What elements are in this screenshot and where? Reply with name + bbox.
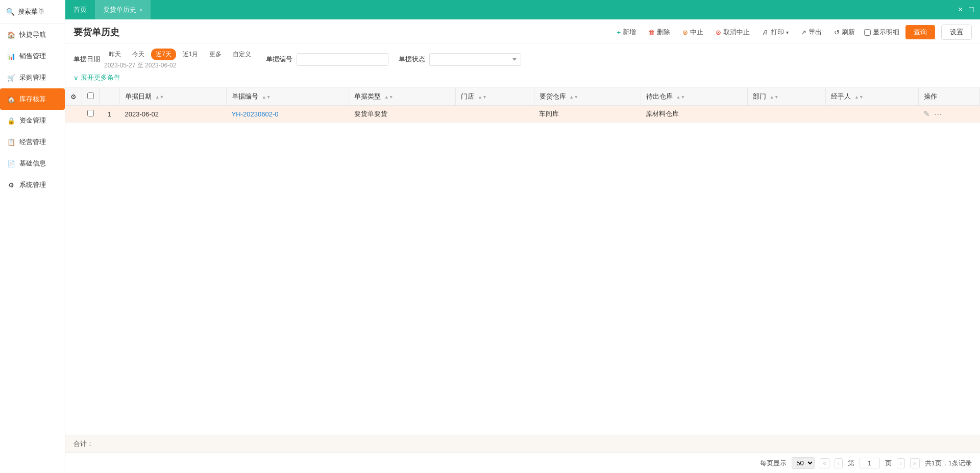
stop-button[interactable]: ⊗ 中止 xyxy=(679,26,706,38)
operation-icon: 📋 xyxy=(7,138,15,146)
refresh-label: 刷新 xyxy=(842,28,855,37)
delete-label: 删除 xyxy=(657,28,670,37)
doc-no-label: 单据编号 xyxy=(266,55,292,64)
sidebar-item-basic[interactable]: 📄 基础信息 xyxy=(0,153,65,174)
sort-reqwh-icon[interactable]: ▲▼ xyxy=(569,95,578,100)
row-req-warehouse: 车间库 xyxy=(534,106,641,123)
export-icon: ↗ xyxy=(801,29,806,36)
sort-handler-icon[interactable]: ▲▼ xyxy=(854,95,864,100)
data-table: ⚙ 单据日期 ▲▼ 单据编号 ▲▼ xyxy=(65,88,980,123)
row-handler xyxy=(826,106,918,123)
sort-dept-icon[interactable]: ▲▼ xyxy=(770,95,779,100)
sidebar: 🔍 搜索菜单 🏠 快捷导航 📊 销售管理 🛒 采购管理 🏠 库存核算 🔒 资金管… xyxy=(0,0,65,473)
settings-button[interactable]: 设置 xyxy=(941,25,972,40)
table-row: 1 2023-06-02 YH-20230602-0 要货单要货 车间库 原材料… xyxy=(65,106,980,123)
row-checkbox[interactable] xyxy=(87,110,94,116)
toolbar: + 新增 🗑 删除 ⊗ 中止 ⊗ 取消中止 🖨 打印 xyxy=(614,25,972,40)
table-footer: 合计： xyxy=(65,435,980,453)
sidebar-item-operation[interactable]: 📋 经营管理 xyxy=(0,131,65,153)
refresh-icon: ↺ xyxy=(834,29,840,36)
status-label: 单据状态 xyxy=(399,55,425,64)
tab-home[interactable]: 首页 xyxy=(65,0,95,19)
expand-more-label: 展开更多条件 xyxy=(81,73,120,82)
date-btn-today[interactable]: 今天 xyxy=(128,49,149,60)
doc-no-link[interactable]: YH-20230602-0 xyxy=(232,110,279,118)
prev-page-btn[interactable]: ‹ xyxy=(835,458,843,468)
tab-requisition-history[interactable]: 要货单历史 × xyxy=(95,0,151,19)
col-doc-no: 单据编号 ▲▼ xyxy=(227,88,349,106)
sort-destwh-icon[interactable]: ▲▼ xyxy=(676,95,685,100)
status-filter-group: 单据状态 xyxy=(399,53,521,66)
table-header-row: ⚙ 单据日期 ▲▼ 单据编号 ▲▼ xyxy=(65,88,980,106)
row-doc-no[interactable]: YH-20230602-0 xyxy=(227,106,349,123)
sidebar-item-label: 销售管理 xyxy=(19,52,46,61)
doc-no-filter-group: 单据编号 xyxy=(266,53,388,66)
row-more-icon[interactable]: ⋯ xyxy=(934,109,942,119)
page-input[interactable] xyxy=(860,458,880,468)
last-page-btn[interactable]: » xyxy=(910,458,920,468)
show-detail-checkbox-input[interactable] xyxy=(864,29,871,36)
date-btn-7days[interactable]: 近7天 xyxy=(151,49,176,60)
row-date: 2023-06-02 xyxy=(120,106,227,123)
col-num xyxy=(100,88,120,106)
sidebar-item-sales[interactable]: 📊 销售管理 xyxy=(0,45,65,67)
col-doc-type: 单据类型 ▲▼ xyxy=(349,88,456,106)
col-handler: 经手人 ▲▼ xyxy=(826,88,918,106)
delete-button[interactable]: 🗑 删除 xyxy=(645,26,673,38)
print-button[interactable]: 🖨 打印 ▾ xyxy=(759,26,792,38)
date-btn-yesterday[interactable]: 昨天 xyxy=(104,49,126,60)
cancel-stop-button[interactable]: ⊗ 取消中止 xyxy=(713,26,753,38)
close-window-icon[interactable]: × xyxy=(958,5,963,14)
chevron-down-icon: ∨ xyxy=(74,74,79,82)
sort-store-icon[interactable]: ▲▼ xyxy=(478,95,487,100)
purchase-icon: 🛒 xyxy=(7,74,15,82)
first-page-btn[interactable]: « xyxy=(820,458,829,468)
doc-no-input[interactable] xyxy=(297,53,388,66)
show-detail-toggle[interactable]: 显示明细 xyxy=(864,28,899,37)
col-department: 部门 ▲▼ xyxy=(748,88,826,106)
sidebar-item-purchase[interactable]: 🛒 采购管理 xyxy=(0,67,65,88)
date-btn-custom[interactable]: 自定义 xyxy=(228,49,256,60)
tab-close-icon[interactable]: × xyxy=(139,7,142,13)
filter-area: 单据日期 昨天 今天 近7天 近1月 更多 自定义 2023-05-27 至 2… xyxy=(65,43,980,88)
print-icon: 🖨 xyxy=(762,29,769,36)
per-page-select[interactable]: 50 xyxy=(792,457,815,469)
sidebar-item-system[interactable]: ⚙ 系统管理 xyxy=(0,174,65,196)
date-filter-label: 单据日期 xyxy=(74,55,100,64)
expand-more-btn[interactable]: ∨ 展开更多条件 xyxy=(74,73,972,82)
row-checkbox-col[interactable] xyxy=(82,106,100,123)
export-button[interactable]: ↗ 导出 xyxy=(798,26,825,38)
sidebar-item-home[interactable]: 🏠 快捷导航 xyxy=(0,24,65,45)
sort-date-icon[interactable]: ▲▼ xyxy=(155,95,164,100)
date-btn-more[interactable]: 更多 xyxy=(205,49,226,60)
sort-docno-icon[interactable]: ▲▼ xyxy=(262,95,271,100)
sidebar-item-label: 采购管理 xyxy=(19,73,46,82)
status-select[interactable] xyxy=(429,53,521,66)
maximize-icon[interactable]: □ xyxy=(969,5,974,14)
row-edit-icon[interactable]: ✎ xyxy=(923,109,930,119)
select-all-checkbox[interactable] xyxy=(87,92,94,99)
query-button[interactable]: 查询 xyxy=(905,25,935,39)
sidebar-item-inventory[interactable]: 🏠 库存核算 xyxy=(0,88,65,110)
refresh-button[interactable]: ↺ 刷新 xyxy=(831,26,858,38)
stop-icon: ⊗ xyxy=(682,29,688,36)
next-page-btn[interactable]: › xyxy=(897,458,905,468)
sidebar-item-finance[interactable]: 🔒 资金管理 xyxy=(0,110,65,131)
row-doc-type: 要货单要货 xyxy=(349,106,456,123)
total-info: 共1页，1条记录 xyxy=(925,459,972,468)
sidebar-search[interactable]: 🔍 搜索菜单 xyxy=(0,0,65,24)
date-btn-1month[interactable]: 近1月 xyxy=(178,49,203,60)
new-button[interactable]: + 新增 xyxy=(614,26,639,38)
sidebar-item-label: 基础信息 xyxy=(19,159,46,168)
col-settings[interactable]: ⚙ xyxy=(65,88,82,106)
sort-doctype-icon[interactable]: ▲▼ xyxy=(384,95,394,100)
show-detail-label: 显示明细 xyxy=(873,28,899,37)
date-btn-group: 昨天 今天 近7天 近1月 更多 自定义 xyxy=(104,49,256,60)
sidebar-search-label: 搜索菜单 xyxy=(18,7,44,16)
system-icon: ⚙ xyxy=(7,181,15,189)
date-filter-group: 单据日期 昨天 今天 近7天 近1月 更多 自定义 2023-05-27 至 2… xyxy=(74,49,256,70)
row-actions: ✎ ⋯ xyxy=(918,106,979,123)
total-label: 合计： xyxy=(74,439,93,448)
sidebar-item-label: 资金管理 xyxy=(19,116,46,125)
col-checkbox[interactable] xyxy=(82,88,100,106)
